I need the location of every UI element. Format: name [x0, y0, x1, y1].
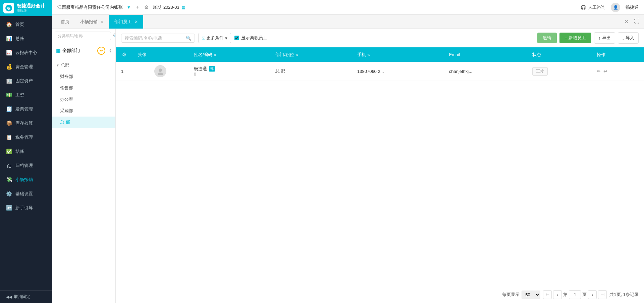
sidebar-item-reports[interactable]: 📈 云报表中心 — [0, 46, 52, 60]
dept-group-header[interactable]: ▼ 总部 — [52, 59, 115, 71]
employee-search-icon[interactable]: 🔍 — [186, 36, 191, 41]
dept-search-input[interactable] — [55, 32, 111, 40]
home-icon: 🏠 — [6, 21, 12, 28]
sidebar-item-tax[interactable]: 📋 税务管理 — [0, 130, 52, 144]
topbar-right: 🎧 人工咨询 👤 畅捷通 — [581, 3, 639, 12]
prev-page-button[interactable]: ‹ — [553, 290, 562, 299]
logo-icon: 畅 — [3, 3, 14, 13]
calendar-icon[interactable]: ▦ — [181, 5, 185, 10]
next-page-button[interactable]: › — [588, 290, 597, 299]
pagination: 每页显示 50 10 20 100 ⊢ ‹ 第 页 — [116, 286, 644, 303]
tab-expense[interactable]: 小畅报销 ✕ — [75, 15, 109, 29]
tab-home[interactable]: 首页 — [55, 15, 75, 29]
delete-employee-icon[interactable]: ↩ — [603, 69, 607, 74]
period-label: 账期 — [153, 4, 161, 10]
td-actions: ✏ ↩ — [591, 62, 644, 81]
app-logo[interactable]: 畅 畅捷通好会计 旗舰版 — [0, 0, 52, 16]
page-number-input[interactable] — [569, 290, 581, 299]
sidebar-item-finance[interactable]: 💰 资金管理 — [0, 60, 52, 74]
user-name[interactable]: 畅捷通 — [626, 4, 639, 10]
settings-button[interactable]: ⚙ — [144, 4, 149, 10]
page-input-group: 第 页 — [563, 290, 587, 299]
sidebar-footer: ◀◀ 取消固定 — [0, 290, 52, 303]
tab-dept-employee[interactable]: 部门员工 ✕ — [109, 15, 143, 29]
sidebar-item-guide[interactable]: 🆕 新手引导 — [0, 201, 52, 215]
dept-panel: 🔍 ▦ 全部部门 ✏ 《 ▼ 总部 财务部 — [52, 29, 116, 303]
tab-dept-close-icon[interactable]: ✕ — [135, 19, 138, 24]
th-status: 状态 — [527, 47, 591, 62]
show-resigned-toggle[interactable]: 显示离职员工 — [234, 35, 267, 41]
sidebar-item-label: 小畅报销 — [15, 177, 33, 183]
dept-item-purchase[interactable]: 采购部 — [52, 105, 115, 117]
guide-icon: 🆕 — [6, 205, 12, 211]
th-avatar: 头像 — [132, 47, 189, 62]
sidebar-item-close[interactable]: ✅ 结账 — [0, 144, 52, 159]
sidebar-item-settings[interactable]: ⚙️ 基础设置 — [0, 187, 52, 201]
th-settings: ⚙ — [116, 47, 132, 62]
consult-button[interactable]: 🎧 人工咨询 — [581, 4, 605, 10]
show-resigned-label: 显示离职员工 — [241, 35, 267, 41]
company-dropdown-icon[interactable]: ▼ — [127, 5, 131, 10]
th-name[interactable]: 姓名/编码 ⇅ — [189, 47, 270, 62]
sidebar-item-label: 库存核算 — [15, 120, 33, 126]
tab-expand-icon[interactable]: ⛶ — [633, 17, 641, 26]
page-size-selector: 每页显示 50 10 20 100 — [502, 291, 540, 299]
last-page-button[interactable]: ⊣ — [598, 290, 607, 299]
svg-point-3 — [158, 73, 163, 75]
dept-item-sales[interactable]: 销售部 — [52, 82, 115, 94]
all-dept-label[interactable]: 全部部门 — [62, 48, 80, 54]
grid-icon: ▦ — [56, 48, 60, 53]
dept-item-finance[interactable]: 财务部 — [52, 71, 115, 82]
tab-close-window-icon[interactable]: ✕ — [623, 17, 630, 26]
dept-edit-icon[interactable]: ✏ — [97, 47, 105, 55]
svg-text:畅: 畅 — [7, 6, 10, 10]
page-nav: ⊢ ‹ 第 页 › ⊣ — [543, 290, 607, 299]
sidebar-item-invoice[interactable]: 🧾 发票管理 — [0, 102, 52, 116]
employee-code: 0 — [194, 72, 265, 77]
th-phone[interactable]: 手机 ⇅ — [352, 47, 444, 62]
cancel-fixed-button[interactable]: ◀◀ 取消固定 — [6, 294, 46, 300]
dept-group-name: 总部 — [61, 62, 69, 68]
import-button[interactable]: ↓ 导入 — [618, 32, 639, 44]
employee-table: ⚙ 头像 姓名/编码 ⇅ 部门/职位 ⇅ — [116, 47, 644, 81]
chevron-down-icon: ▾ — [225, 36, 227, 41]
sort-icon: ⇅ — [367, 53, 370, 57]
inventory-icon: 📦 — [6, 120, 12, 126]
sidebar-item-ledger[interactable]: 📊 总账 — [0, 32, 52, 46]
add-employee-button[interactable]: + 新增员工 — [559, 33, 591, 43]
dept-collapse-icon[interactable]: 《 — [107, 48, 111, 54]
show-resigned-checkbox[interactable] — [234, 36, 239, 40]
dept-search-icon[interactable]: 🔍 — [113, 33, 116, 39]
dept-item-general[interactable]: 总 部 — [52, 117, 115, 128]
period-display: 账期 2023-03 ▦ — [153, 4, 185, 10]
add-tab-button[interactable]: ＋ — [135, 4, 140, 11]
sidebar-item-label: 工资 — [15, 92, 24, 98]
sidebar-item-salary[interactable]: 💵 工资 — [0, 88, 52, 102]
col-settings-icon[interactable]: ⚙ — [122, 52, 126, 57]
expense-icon: 💸 — [6, 177, 12, 183]
salary-icon: 💵 — [6, 92, 12, 98]
tab-expense-label: 小畅报销 — [80, 19, 98, 25]
content-area: 🔍 ▦ 全部部门 ✏ 《 ▼ 总部 财务部 — [52, 29, 644, 303]
export-label: 导出 — [602, 35, 611, 41]
sidebar-item-inventory[interactable]: 📦 库存核算 — [0, 116, 52, 130]
export-button[interactable]: ↑ 导出 — [594, 32, 615, 44]
first-page-button[interactable]: ⊢ — [543, 290, 552, 299]
dept-item-office[interactable]: 办公室 — [52, 94, 115, 105]
more-conditions-button[interactable]: ⧖ 更多条件 ▾ — [198, 33, 231, 43]
tab-expense-close-icon[interactable]: ✕ — [100, 19, 104, 24]
employee-name: 畅捷通 — [194, 66, 207, 72]
sidebar-item-assets[interactable]: 🏢 固定资产 — [0, 74, 52, 88]
tab-bar: 首页 小畅报销 ✕ 部门员工 ✕ ✕ ⛶ — [52, 15, 644, 29]
sidebar-item-home[interactable]: 🏠 首页 — [0, 17, 52, 32]
tab-dept-label: 部门员工 — [114, 19, 132, 25]
sidebar-item-expense[interactable]: 💸 小畅报销 — [0, 173, 52, 187]
per-page-select[interactable]: 50 10 20 100 — [522, 291, 540, 299]
invite-button[interactable]: 邀请 — [537, 33, 557, 43]
th-dept[interactable]: 部门/职位 ⇅ — [270, 47, 352, 62]
td-name: 畅捷通 部 0 — [189, 62, 270, 81]
sidebar-item-archive[interactable]: 🗂 归档管理 — [0, 159, 52, 173]
employee-search-input[interactable] — [125, 36, 184, 41]
edit-employee-icon[interactable]: ✏ — [597, 69, 601, 74]
page-label: 页 — [582, 292, 587, 298]
